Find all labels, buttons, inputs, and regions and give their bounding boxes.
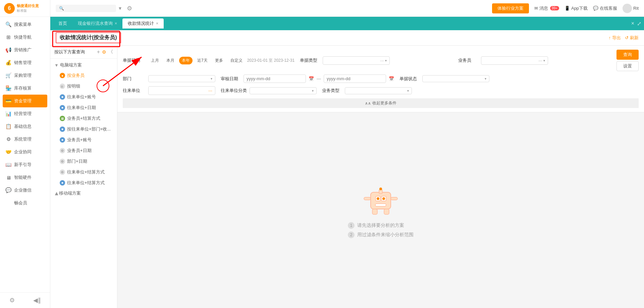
tree-item-8[interactable]: ⊙ 部门+日期	[50, 156, 117, 167]
date-btn-lastmonth[interactable]: 上月	[148, 57, 162, 64]
user-name: Rit	[633, 6, 639, 11]
sidebar-item-wechat[interactable]: 💬 企业微信	[0, 184, 50, 197]
dept-arrow: ▾	[211, 77, 212, 81]
sidebar-item-purchase[interactable]: 🛒 采购管理	[0, 69, 50, 82]
biz-type-select[interactable]: ▾	[345, 87, 412, 94]
doc-status-select[interactable]: ▾	[422, 75, 489, 82]
date-btn-thismonth[interactable]: 本月	[164, 57, 177, 64]
svg-rect-13	[384, 209, 389, 214]
topbar-search-box[interactable]: 🔍	[56, 5, 116, 12]
empty-step-1: 1 请先选择要分析的方案	[348, 222, 414, 229]
tree-group-desktop-title[interactable]: ▼ 电脑端方案	[50, 60, 117, 70]
sidebar-item-capital[interactable]: 💳 资金管理	[3, 95, 47, 107]
panel-body: ▼ 电脑端方案 ● 按业务员 ⊞ 按明细 ■	[50, 59, 117, 308]
sidebar-gear-icon[interactable]: ⚙	[7, 295, 17, 305]
topbar-search-icon: 🔍	[59, 6, 64, 11]
refresh-btn[interactable]: ↺ 刷新	[625, 35, 639, 41]
tree-group-mobile-title[interactable]: ▶ 移动端方案	[50, 188, 117, 198]
sidebar-item-sales-label: 销售管理	[14, 60, 32, 66]
tree-item-6[interactable]: ■ 业务员+账号	[50, 135, 117, 145]
panel-settings-btn[interactable]: ⚙	[102, 49, 106, 55]
tree-item-1[interactable]: ⊞ 按明细	[50, 81, 117, 92]
review-date-end-icon[interactable]: 📅	[389, 76, 394, 81]
date-btn-more[interactable]: 更多	[212, 57, 226, 64]
user-avatar[interactable]: Rit	[623, 4, 639, 13]
tree-item-9[interactable]: ⊙ 往来单位+结算方式	[50, 167, 117, 177]
trial-btn[interactable]: 体验行业方案	[492, 3, 529, 13]
set-btn[interactable]: 设置	[616, 61, 639, 71]
export-label: 导出	[612, 35, 621, 41]
maximize-window-icon[interactable]: ⤢	[637, 20, 641, 27]
counterparty-class-select[interactable]: ▾	[250, 87, 317, 94]
collapse-row[interactable]: ∧∧ 收起更多条件	[123, 98, 639, 108]
date-btn-custom[interactable]: 自定义	[228, 57, 245, 64]
sales-icon: 💰	[5, 60, 11, 66]
tree-item-3[interactable]: ■ 往来单位+日期	[50, 102, 117, 113]
tree-item-2[interactable]: ■ 往来单位+账号	[50, 92, 117, 102]
filter-area: 单据日期 上月 本月 本年 近7天 更多 自定义 2023-01-01 至 20…	[117, 46, 644, 112]
sidebar-item-enterprise[interactable]: 🤝 企业协同	[0, 146, 50, 158]
tree-item-10[interactable]: ■ 往来单位+结算方式	[50, 177, 117, 188]
tree-item-4[interactable]: ▦ 业务员+结算方式	[50, 113, 117, 124]
topbar-dropdown-icon[interactable]: ▾	[119, 5, 121, 11]
tree-item-icon-1: ⊞	[60, 84, 65, 89]
sidebar-item-sales[interactable]: 💰 销售管理	[0, 56, 50, 69]
tab-home[interactable]: 首页	[53, 18, 72, 29]
counterparty-select[interactable]: ···	[148, 86, 215, 95]
topbar-settings-icon[interactable]: ⚙	[127, 5, 132, 12]
review-date-end[interactable]	[324, 74, 386, 83]
logo-title: 畅捷通好生意	[17, 3, 39, 8]
date-btn-thisyear[interactable]: 本年	[179, 57, 193, 64]
date-btn-7days[interactable]: 近7天	[195, 57, 210, 64]
review-date-start-icon[interactable]: 📅	[309, 76, 314, 81]
query-btn[interactable]: 查询	[616, 50, 639, 60]
salesman-more[interactable]: ···	[538, 58, 542, 63]
tab-collection-label: 收款情况统计	[128, 20, 154, 27]
counterparty-more-btn[interactable]: ···	[208, 88, 212, 93]
tree-item-0[interactable]: ● 按业务员	[50, 70, 117, 81]
sidebar-item-member[interactable]: V 畅会员	[0, 197, 50, 209]
guide-icon: 📖	[5, 162, 11, 168]
enterprise-icon: 🤝	[5, 149, 11, 155]
close-window-icon[interactable]: ×	[631, 20, 634, 27]
filter-row-1: 单据日期 上月 本月 本年 近7天 更多 自定义 2023-01-01 至 20…	[123, 50, 639, 71]
tab-cashflow[interactable]: 现金银行流水查询 ×	[72, 18, 122, 29]
sidebar-item-guide[interactable]: 📖 新手引导	[0, 158, 50, 171]
doc-type-select[interactable]: ··· ▾	[323, 56, 390, 65]
sidebar-item-enterprise-label: 企业协同	[14, 149, 32, 155]
sidebar-item-inventory[interactable]: 🏪 库存核算	[0, 82, 50, 95]
step-1-num: 1	[348, 222, 355, 229]
counterparty-label: 往来单位	[123, 88, 143, 94]
sidebar-item-quicknav[interactable]: ⊞ 快捷导航	[0, 31, 50, 44]
app-download-btn[interactable]: 📱 App下载	[565, 5, 588, 11]
dept-select[interactable]: ▾	[148, 75, 215, 82]
sidebar-item-search[interactable]: 🔍 搜索菜单	[0, 18, 50, 31]
sidebar-item-marketing[interactable]: 📢 营销推广	[0, 44, 50, 56]
review-date-start[interactable]	[244, 74, 306, 83]
tree-item-5[interactable]: ■ 按往来单位+部门+收...	[50, 124, 117, 135]
doc-status-label: 单据状态	[399, 76, 420, 82]
tab-cashflow-close[interactable]: ×	[115, 21, 117, 26]
counterparty-class-label: 往来单位分类	[221, 88, 247, 94]
sidebar-collapse-icon[interactable]: ◀‖	[31, 295, 44, 305]
salesman-select[interactable]: ··· ▾	[481, 56, 548, 65]
counterparty-class-arrow: ▾	[312, 89, 314, 93]
tree-group-mobile-label: 移动端方案	[59, 190, 81, 196]
sidebar-item-base-label: 基础信息	[14, 123, 32, 130]
sidebar-item-management[interactable]: 📊 经营管理	[0, 107, 50, 120]
export-btn[interactable]: ↑ 导出	[609, 35, 621, 41]
panel-add-btn[interactable]: +	[97, 49, 100, 55]
messages-btn[interactable]: ✉ 消息 99+	[534, 5, 559, 11]
tab-collection-close[interactable]: ×	[156, 21, 158, 26]
tab-collection[interactable]: 收款情况统计 ×	[122, 18, 164, 29]
review-date-label: 审核日期	[221, 76, 241, 82]
tree-item-7[interactable]: ⊙ 业务员+日期	[50, 145, 117, 156]
sidebar-item-base[interactable]: 📋 基础信息	[0, 120, 50, 133]
sidebar-item-system[interactable]: ⚙ 系统管理	[0, 133, 50, 146]
panel-collapse-btn[interactable]: 《	[108, 49, 113, 55]
online-service-btn[interactable]: 💬 在线客服	[593, 5, 617, 11]
sidebar-item-hardware[interactable]: 🖥 智能硬件	[0, 171, 50, 184]
service-icon: 💬	[593, 6, 598, 11]
dept-label: 部门	[123, 76, 143, 82]
doc-type-more[interactable]: ···	[380, 58, 384, 63]
